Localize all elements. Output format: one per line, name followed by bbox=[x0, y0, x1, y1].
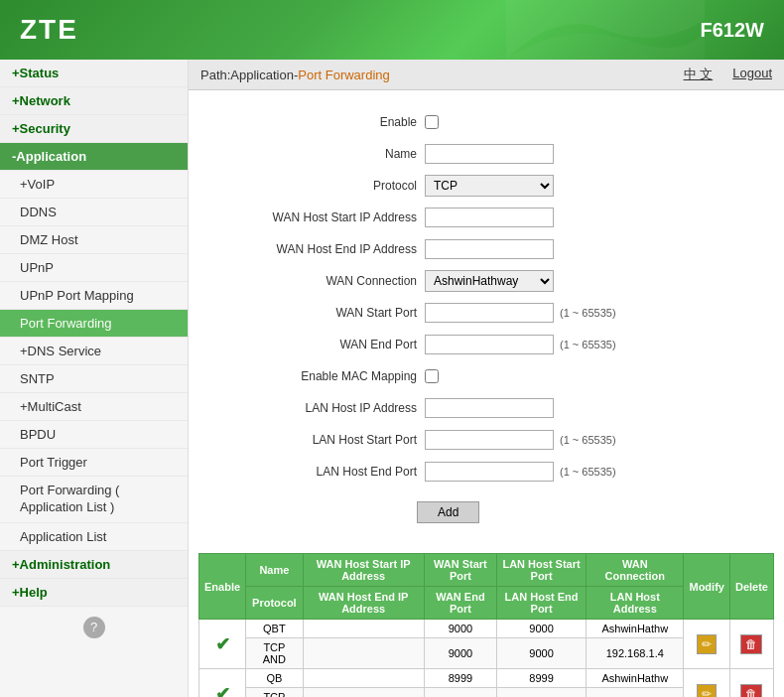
name-label: Name bbox=[218, 147, 417, 161]
delete-button[interactable]: 🗑 bbox=[740, 684, 762, 698]
row1-wan-host-end bbox=[303, 638, 424, 669]
table-area: Enable Name WAN Host Start IP Address WA… bbox=[189, 543, 784, 697]
zte-logo: ZTE bbox=[20, 14, 78, 46]
th-delete: Delete bbox=[729, 554, 773, 620]
wan-host-start-ip-row: WAN Host Start IP Address bbox=[218, 206, 754, 229]
wan-host-end-ip-row: WAN Host End IP Address bbox=[218, 237, 754, 261]
row1-protocol: TCP AND bbox=[246, 638, 304, 669]
sidebar-item-port-forwarding-app-list[interactable]: Port Forwarding ( Application List ) bbox=[0, 477, 188, 523]
modify-button[interactable]: ✏ bbox=[697, 634, 717, 654]
lan-host-start-port-row: LAN Host Start Port (1 ~ 65535) bbox=[218, 428, 754, 452]
sidebar-item-application-list[interactable]: Application List bbox=[0, 523, 188, 551]
protocol-row: Protocol TCP UDP TCP AND UDP bbox=[218, 174, 754, 198]
sidebar-item-status[interactable]: +Status bbox=[0, 60, 188, 87]
sidebar-item-sntp[interactable]: SNTP bbox=[0, 365, 188, 393]
lan-host-start-port-input[interactable] bbox=[425, 430, 554, 450]
sidebar-item-administration[interactable]: +Administration bbox=[0, 551, 188, 579]
row2-modify[interactable]: ✏ bbox=[684, 669, 729, 698]
path-actions: 中 文 Logout bbox=[684, 66, 772, 83]
sidebar-item-voip[interactable]: +VoIP bbox=[0, 171, 188, 199]
th-lan-host-end-port: LAN Host End Port bbox=[497, 587, 587, 620]
wan-end-port-row: WAN End Port (1 ~ 65535) bbox=[218, 333, 754, 356]
name-row: Name bbox=[218, 142, 754, 166]
sidebar-item-bpdu[interactable]: BPDU bbox=[0, 421, 188, 449]
enable-row: Enable bbox=[218, 110, 754, 134]
enable-checkbox[interactable] bbox=[425, 115, 439, 129]
sidebar-item-upnp[interactable]: UPnP bbox=[0, 254, 188, 282]
checkmark-icon: ✔ bbox=[215, 634, 230, 654]
name-input[interactable] bbox=[425, 144, 554, 164]
add-button[interactable]: Add bbox=[417, 501, 479, 523]
sidebar-item-ddns[interactable]: DDNS bbox=[0, 199, 188, 226]
sidebar-item-dns-service[interactable]: +DNS Service bbox=[0, 338, 188, 365]
th-wan-host-end-ip: WAN Host End IP Address bbox=[303, 587, 424, 620]
path-prefix: Path:Application- bbox=[200, 68, 298, 82]
forwarding-table: Enable Name WAN Host Start IP Address WA… bbox=[198, 553, 774, 697]
wan-end-port-label: WAN End Port bbox=[218, 338, 417, 351]
row2-lan-start-port: 8999 bbox=[497, 669, 587, 688]
wan-connection-select[interactable]: AshwinHathway bbox=[425, 270, 554, 292]
wan-end-port-input[interactable] bbox=[425, 335, 554, 354]
lan-host-end-port-input[interactable] bbox=[425, 462, 554, 482]
row2-wan-host-end bbox=[303, 688, 424, 698]
help-button[interactable]: ? bbox=[83, 617, 105, 638]
sidebar-item-upnp-port-mapping[interactable]: UPnP Port Mapping bbox=[0, 282, 188, 310]
path-text: Path:Application-Port Forwarding bbox=[200, 68, 390, 82]
wan-start-port-input[interactable] bbox=[425, 303, 554, 323]
row1-lan-end-port: 9000 bbox=[497, 638, 587, 669]
row1-wan-connection: AshwinHathw bbox=[587, 620, 684, 638]
th-enable: Enable bbox=[199, 554, 246, 620]
header: ZTE F612W bbox=[0, 0, 784, 60]
sidebar-item-application[interactable]: -Application bbox=[0, 143, 188, 171]
sidebar-item-multicast[interactable]: +MultiCast bbox=[0, 393, 188, 421]
form-area: Enable Name Protocol TCP UDP TCP AND UDP… bbox=[189, 90, 784, 543]
lan-host-end-port-label: LAN Host End Port bbox=[218, 465, 417, 479]
sidebar-item-security[interactable]: +Security bbox=[0, 115, 188, 143]
table-row: ✔ QB 8999 8999 AshwinHathw ✏ 🗑 bbox=[199, 669, 774, 688]
row1-wan-start-port: 9000 bbox=[424, 620, 496, 638]
row2-wan-connection: AshwinHathw bbox=[587, 669, 684, 688]
th-wan-end-port: WAN End Port bbox=[424, 587, 496, 620]
lan-host-start-port-hint: (1 ~ 65535) bbox=[560, 434, 616, 446]
th-modify: Modify bbox=[684, 554, 729, 620]
enable-mac-checkbox[interactable] bbox=[425, 369, 439, 383]
path-bar: Path:Application-Port Forwarding 中 文 Log… bbox=[189, 60, 784, 90]
table-row: ✔ QBT 9000 9000 AshwinHathw ✏ 🗑 bbox=[199, 620, 774, 638]
row1-enable: ✔ bbox=[199, 620, 246, 669]
sidebar-item-network[interactable]: +Network bbox=[0, 87, 188, 115]
modify-button[interactable]: ✏ bbox=[697, 684, 717, 698]
lan-host-end-port-hint: (1 ~ 65535) bbox=[560, 466, 616, 478]
table-header-row1: Enable Name WAN Host Start IP Address WA… bbox=[199, 554, 774, 587]
row1-name: QBT bbox=[246, 620, 304, 638]
lan-host-ip-input[interactable] bbox=[425, 398, 554, 418]
sidebar-item-dmz-host[interactable]: DMZ Host bbox=[0, 226, 188, 254]
lan-host-ip-row: LAN Host IP Address bbox=[218, 396, 754, 420]
row1-modify[interactable]: ✏ bbox=[684, 620, 729, 669]
th-wan-connection: WAN Connection bbox=[587, 554, 684, 587]
row2-delete[interactable]: 🗑 bbox=[729, 669, 773, 698]
row1-wan-host-start bbox=[303, 620, 424, 638]
row1-lan-start-port: 9000 bbox=[497, 620, 587, 638]
protocol-select[interactable]: TCP UDP TCP AND UDP bbox=[425, 175, 554, 197]
th-name: Name bbox=[246, 554, 304, 587]
logout-button[interactable]: Logout bbox=[732, 66, 772, 83]
lang-switcher[interactable]: 中 文 bbox=[684, 66, 714, 83]
content-area: Path:Application-Port Forwarding 中 文 Log… bbox=[189, 60, 784, 697]
sidebar-item-help[interactable]: +Help bbox=[0, 579, 188, 607]
enable-mac-row: Enable MAC Mapping bbox=[218, 364, 754, 388]
row2-lan-end-port: 8999 bbox=[497, 688, 587, 698]
wan-start-port-hint: (1 ~ 65535) bbox=[560, 307, 616, 319]
wan-start-port-label: WAN Start Port bbox=[218, 306, 417, 320]
th-wan-start-port: WAN Start Port bbox=[424, 554, 496, 587]
wan-host-start-ip-input[interactable] bbox=[425, 208, 554, 227]
sidebar-item-port-trigger[interactable]: Port Trigger bbox=[0, 449, 188, 477]
row2-wan-start-port: 8999 bbox=[424, 669, 496, 688]
row1-wan-end-port: 9000 bbox=[424, 638, 496, 669]
sidebar-item-port-forwarding[interactable]: Port Forwarding bbox=[0, 310, 188, 338]
lan-host-start-port-label: LAN Host Start Port bbox=[218, 433, 417, 447]
wan-host-end-ip-input[interactable] bbox=[425, 239, 554, 259]
lan-host-ip-label: LAN Host IP Address bbox=[218, 401, 417, 415]
row1-delete[interactable]: 🗑 bbox=[729, 620, 773, 669]
th-lan-host-start-port: LAN Host Start Port bbox=[497, 554, 587, 587]
delete-button[interactable]: 🗑 bbox=[740, 634, 762, 654]
